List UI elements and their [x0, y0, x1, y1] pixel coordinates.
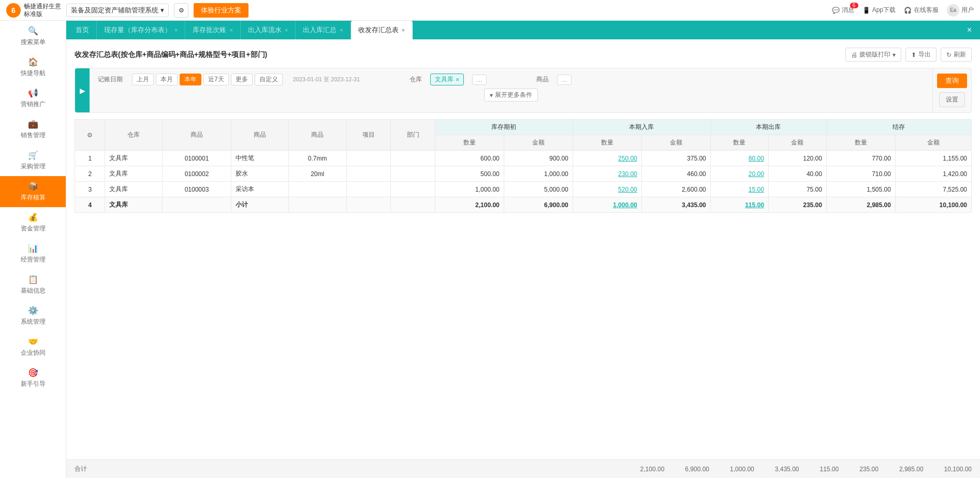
warehouse-tag[interactable]: 文具库 ×: [430, 74, 464, 85]
marketing-icon: 📢: [28, 88, 38, 98]
goods-label: 商品: [536, 75, 549, 84]
tab-in-out-flow[interactable]: 出入库流水 ×: [241, 21, 296, 39]
row-code: 0100001: [163, 151, 231, 166]
row-out-qty[interactable]: 20.00: [710, 166, 768, 182]
date-btn-custom[interactable]: 自定义: [255, 74, 283, 85]
system-title[interactable]: 装备及固定资产辅助管理系统 ▾: [66, 4, 169, 17]
row-num: 4: [75, 197, 105, 213]
message-item[interactable]: 💬 消息 6: [832, 6, 854, 15]
filter-collapse-btn[interactable]: ▶: [75, 68, 90, 112]
row-out-qty[interactable]: 15.00: [710, 182, 768, 197]
tab-home[interactable]: 首页: [68, 21, 97, 39]
sidebar-item-corp-coop[interactable]: 🤝 企业协同: [0, 331, 66, 363]
row-code: 0100002: [163, 166, 231, 182]
tab-close-inventory-dist[interactable]: ×: [174, 27, 178, 33]
row-code: [163, 197, 231, 213]
row-opening-amt: 1,000.00: [504, 166, 573, 182]
sidebar-item-purchase[interactable]: 🛒 采购管理: [0, 145, 66, 176]
th-in-amt: 金额: [641, 135, 710, 151]
expand-conditions-btn[interactable]: ▾ 展开更多条件: [484, 89, 538, 102]
sidebar-item-quick-nav[interactable]: 🏠 快捷导航: [0, 52, 66, 83]
row-opening-amt: 5,000.00: [504, 182, 573, 197]
row-close-amt: 1,420.00: [895, 166, 971, 182]
row-spec: [288, 182, 346, 197]
date-btn-this-year[interactable]: 本年: [180, 74, 201, 85]
table-settings-col[interactable]: ⚙: [75, 120, 105, 151]
th-opening-qty: 数量: [435, 135, 504, 151]
printer-icon: 🖨: [851, 51, 857, 59]
sales-icon: 💼: [28, 119, 38, 129]
top-bar-left: 6 畅捷通好生意 标准版 装备及固定资产辅助管理系统 ▾ ⚙ 体验行业方案: [6, 3, 248, 18]
tab-inventory-dist[interactable]: 现存量（库存分布表） ×: [97, 21, 185, 39]
row-in-qty[interactable]: 250.00: [573, 151, 641, 166]
message-badge: 6: [850, 3, 858, 8]
date-btn-more[interactable]: 更多: [231, 74, 253, 85]
settings-btn[interactable]: 设置: [939, 92, 965, 107]
footer-opening-amt: 6,900.00: [685, 466, 709, 473]
row-num: 1: [75, 151, 105, 166]
date-btn-7days[interactable]: 近7天: [203, 74, 229, 85]
th-out-amt: 金额: [768, 135, 826, 151]
sidebar-item-sales[interactable]: 💼 销售管理: [0, 114, 66, 145]
tab-close-batch-account[interactable]: ×: [229, 27, 232, 33]
home-icon: 🏠: [28, 57, 38, 67]
th-code: 商品: [163, 120, 231, 151]
sidebar-item-finance[interactable]: 💰 资金管理: [0, 207, 66, 238]
row-in-amt: 2,600.00: [641, 182, 710, 197]
th-close-qty: 数量: [826, 135, 895, 151]
tab-bar: 首页 现存量（库存分布表） × 库存批次账 × 出入库流水 × 出入库汇总 ×: [66, 21, 980, 39]
user-area[interactable]: Ea 用户: [947, 4, 974, 17]
settings-icon-btn[interactable]: ⚙: [174, 3, 188, 18]
sidebar-item-system[interactable]: ⚙️ 系统管理: [0, 300, 66, 331]
row-close-amt: 1,155.00: [895, 151, 971, 166]
total-label: 合计: [75, 465, 87, 473]
date-btn-this-month[interactable]: 本月: [156, 74, 178, 85]
row-num: 2: [75, 166, 105, 182]
sidebar-item-basic-info[interactable]: 📋 基础信息: [0, 269, 66, 300]
tab-close-in-out-summary[interactable]: ×: [340, 27, 343, 33]
tab-in-out-summary[interactable]: 出入库汇总 ×: [296, 21, 350, 39]
top-bar: 6 畅捷通好生意 标准版 装备及固定资产辅助管理系统 ▾ ⚙ 体验行业方案 💬 …: [0, 0, 980, 21]
logo-text: 畅捷通好生意 标准版: [24, 3, 61, 18]
row-goods: 胶水: [231, 166, 289, 182]
sidebar-item-search[interactable]: 🔍 搜索菜单: [0, 21, 66, 52]
print-button[interactable]: 🖨 拨锁版打印 ▾: [845, 48, 901, 62]
row-goods: 小计: [231, 197, 289, 213]
th-warehouse: 仓库: [105, 120, 163, 151]
tab-recv-send-summary[interactable]: 收发存汇总表 ×: [351, 21, 413, 39]
row-close-qty: 1,505.00: [826, 182, 895, 197]
row-out-amt: 75.00: [768, 182, 826, 197]
row-in-qty[interactable]: 1,000.00: [573, 197, 641, 213]
row-out-qty[interactable]: 80.00: [710, 151, 768, 166]
row-in-qty[interactable]: 520.00: [573, 182, 641, 197]
footer-out-qty: 115.00: [820, 466, 839, 473]
data-table: ⚙ 仓库 商品 商品 商品 项目 部门 库存期初 本期入库 本期出库 结存: [75, 119, 972, 213]
refresh-button[interactable]: ↻ 刷新: [941, 48, 972, 62]
sidebar-item-operations[interactable]: 📊 经营管理: [0, 238, 66, 269]
tab-close-recv-send-summary[interactable]: ×: [402, 27, 405, 33]
main-layout: 🔍 搜索菜单 🏠 快捷导航 📢 营销推广 💼 销售管理 🛒 采购管理 📦: [0, 21, 980, 478]
system-icon: ⚙️: [28, 306, 38, 315]
inventory-icon: 📦: [28, 181, 38, 191]
logo-icon: 6: [6, 3, 21, 18]
tab-bar-close-all[interactable]: ×: [961, 25, 978, 35]
tab-batch-account[interactable]: 库存批次账 ×: [185, 21, 240, 39]
row-in-qty[interactable]: 230.00: [573, 166, 641, 182]
sidebar-item-beginner[interactable]: 🎯 新手引导: [0, 363, 66, 394]
tab-close-in-out-flow[interactable]: ×: [285, 27, 288, 33]
query-button[interactable]: 查询: [937, 74, 967, 88]
sidebar-item-marketing[interactable]: 📢 营销推广: [0, 83, 66, 114]
date-btn-last-month[interactable]: 上月: [132, 74, 154, 85]
sidebar-item-inventory[interactable]: 📦 库存核算: [0, 176, 66, 207]
trial-button[interactable]: 体验行业方案: [194, 3, 248, 18]
goods-dots-btn[interactable]: ...: [557, 75, 572, 85]
expand-row: ▾ 展开更多条件: [98, 89, 924, 102]
export-button[interactable]: ⬆ 导出: [905, 48, 937, 62]
row-out-qty[interactable]: 115.00: [710, 197, 768, 213]
warehouse-dots-btn[interactable]: ...: [472, 75, 487, 85]
remove-warehouse-icon[interactable]: ×: [456, 76, 459, 83]
beginner-icon: 🎯: [28, 368, 38, 378]
app-download-item[interactable]: 📱 App下载: [862, 6, 896, 15]
online-service-item[interactable]: 🎧 在线客服: [904, 6, 939, 15]
headset-icon: 🎧: [904, 7, 912, 14]
